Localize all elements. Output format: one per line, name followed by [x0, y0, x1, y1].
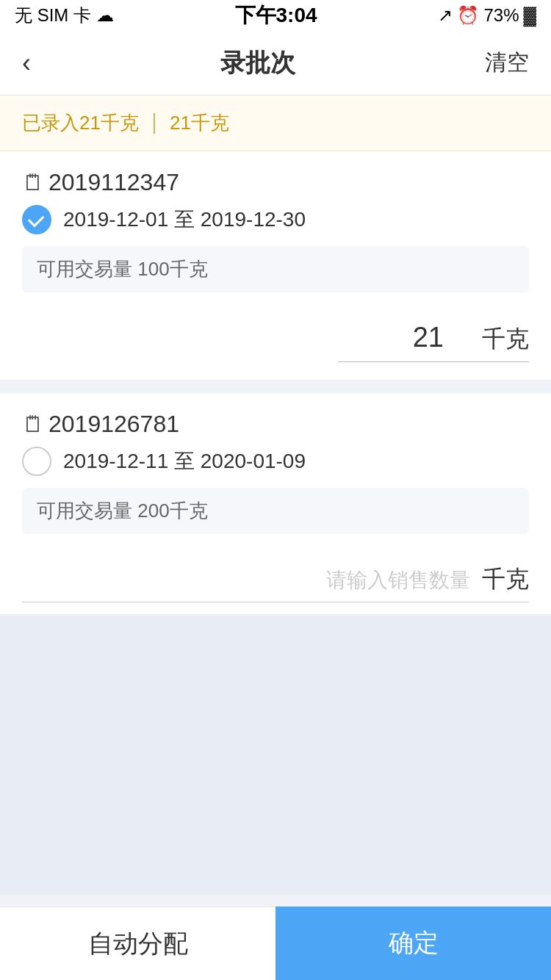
availability-2: 可用交易量 200千克: [22, 488, 529, 534]
batch-date-1: 2019-12-01 至 2019-12-30: [63, 206, 306, 234]
page-title: 录批次: [220, 46, 295, 80]
clear-button[interactable]: 清空: [485, 48, 529, 78]
sim-status: 无 SIM 卡 ☁: [15, 4, 114, 27]
back-button[interactable]: ‹: [22, 48, 31, 79]
quantity-value-1: 21: [413, 322, 444, 353]
status-right: ↗ ⏰ 73% ▓: [438, 5, 536, 26]
quantity-input-2[interactable]: [22, 569, 470, 592]
auto-distribute-button[interactable]: 自动分配: [0, 907, 276, 980]
input-wrapper-2: 千克: [0, 552, 551, 614]
batch-date-2: 2019-12-11 至 2020-01-09: [63, 447, 306, 475]
recorded-amount: 已录入21千克: [22, 110, 139, 136]
batch-id-row-1: 🗒 2019112347: [22, 169, 529, 196]
doc-icon-2: 🗒: [22, 412, 44, 437]
quantity-wrapper-1: 21 千克: [0, 310, 551, 380]
info-banner: 已录入21千克 21千克: [0, 96, 551, 151]
batch-item-2: 🗒 2019126781 2019-12-11 至 2020-01-09 可用交…: [0, 393, 551, 552]
batch-id-2: 2019126781: [48, 411, 179, 438]
radio-2[interactable]: [22, 447, 51, 476]
radio-1[interactable]: [22, 205, 51, 234]
batch-item-1: 🗒 2019112347 2019-12-01 至 2019-12-30 可用交…: [0, 151, 551, 310]
battery-icon: ▓: [523, 5, 536, 26]
status-time: 下午3:04: [235, 1, 317, 29]
quantity-underline-1: [338, 361, 529, 362]
confirm-button[interactable]: 确定: [276, 907, 551, 980]
location-icon: ↗: [438, 5, 453, 26]
batch-card-2: 🗒 2019126781 2019-12-11 至 2020-01-09 可用交…: [0, 393, 551, 614]
qty-number-row-1: 21 千克: [413, 322, 529, 356]
status-left: 无 SIM 卡 ☁: [15, 4, 114, 27]
batch-id-row-2: 🗒 2019126781: [22, 411, 529, 438]
input-unit-2: 千克: [482, 563, 529, 596]
batch-date-row-2[interactable]: 2019-12-11 至 2020-01-09: [22, 447, 529, 476]
alarm-icon: ⏰: [457, 5, 479, 26]
nav-bar: ‹ 录批次 清空: [0, 31, 551, 96]
section-separator: [0, 381, 551, 393]
batch-card-1: 🗒 2019112347 2019-12-01 至 2019-12-30 可用交…: [0, 151, 551, 380]
banner-divider: [154, 113, 155, 134]
bottom-bar: 自动分配 确定: [0, 907, 551, 980]
status-bar: 无 SIM 卡 ☁ 下午3:04 ↗ ⏰ 73% ▓: [0, 0, 551, 31]
batch-date-row-1[interactable]: 2019-12-01 至 2019-12-30: [22, 205, 529, 234]
empty-area: [0, 616, 551, 895]
quantity-unit-1: 千克: [482, 323, 529, 356]
doc-icon-1: 🗒: [22, 170, 44, 195]
battery-level: 73%: [483, 5, 519, 26]
batch-id-1: 2019112347: [48, 169, 179, 196]
availability-1: 可用交易量 100千克: [22, 246, 529, 292]
input-underline-2: [22, 602, 529, 602]
total-amount: 21千克: [170, 110, 229, 136]
